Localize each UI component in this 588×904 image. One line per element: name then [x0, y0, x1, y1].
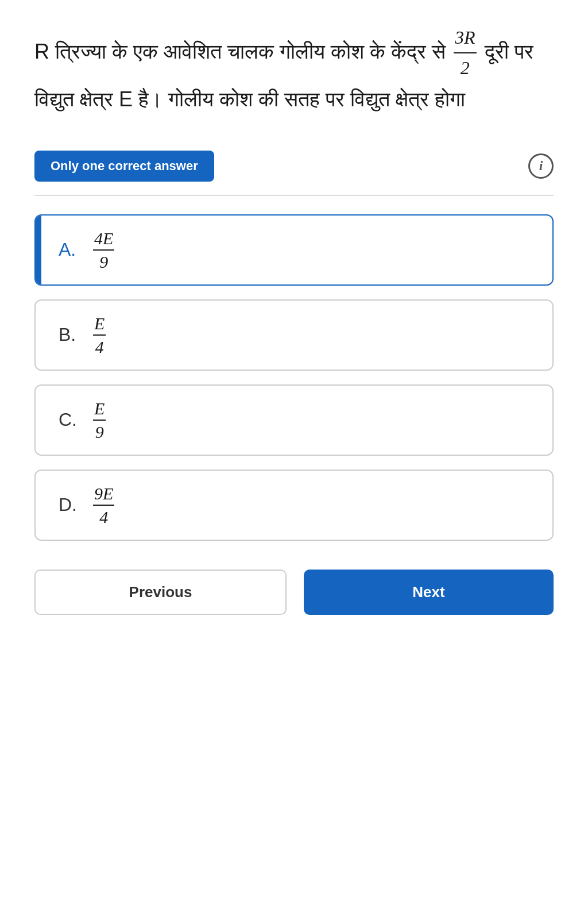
option-D-numerator: 9E [93, 482, 114, 506]
option-B[interactable]: B. E 4 [34, 299, 554, 371]
option-C-label: C. [59, 409, 93, 430]
option-B-content: B. E 4 [41, 301, 552, 370]
option-D-fraction: 9E 4 [93, 482, 114, 528]
option-C-numerator: E [93, 397, 106, 421]
question-fraction-3R2: 3R 2 [454, 23, 477, 83]
answer-type-badge: Only one correct answer [34, 151, 214, 182]
option-D-sidebar [36, 471, 41, 540]
next-button[interactable]: Next [304, 570, 554, 615]
previous-button[interactable]: Previous [34, 570, 287, 615]
option-C-value: E 9 [93, 397, 106, 443]
option-B-fraction: E 4 [93, 312, 106, 358]
option-A-fraction: 4E 9 [93, 227, 114, 273]
bottom-navigation: Previous Next [34, 570, 554, 615]
option-A-sidebar [36, 216, 41, 284]
option-A-numerator: 4E [93, 227, 114, 251]
answer-type-row: Only one correct answer i [34, 151, 554, 182]
option-B-sidebar [36, 301, 41, 370]
option-A-value: 4E 9 [93, 227, 114, 273]
option-A[interactable]: A. 4E 9 [34, 214, 554, 286]
fraction-3R-numerator: 3R [454, 23, 477, 53]
page-container: R त्रिज्या के एक आवेशित चालक गोलीय कोश क… [0, 0, 588, 904]
option-B-value: E 4 [93, 312, 106, 358]
info-icon[interactable]: i [528, 153, 554, 179]
option-C-content: C. E 9 [41, 386, 552, 455]
option-A-label: A. [59, 239, 93, 260]
option-B-denominator: 4 [94, 336, 105, 358]
option-D-content: D. 9E 4 [41, 471, 552, 540]
options-container: A. 4E 9 B. E 4 [34, 214, 554, 541]
section-divider [34, 195, 554, 196]
option-A-content: A. 4E 9 [41, 216, 552, 284]
option-B-label: B. [59, 324, 93, 345]
option-C-sidebar [36, 386, 41, 455]
option-B-numerator: E [93, 312, 106, 336]
option-C-fraction: E 9 [93, 397, 106, 443]
fraction-3R-denominator: 2 [459, 53, 471, 83]
option-C[interactable]: C. E 9 [34, 384, 554, 456]
option-D[interactable]: D. 9E 4 [34, 470, 554, 541]
option-D-value: 9E 4 [93, 482, 114, 528]
option-C-denominator: 9 [94, 421, 105, 443]
option-A-denominator: 9 [98, 251, 109, 273]
question-text-part1: R त्रिज्या के एक आवेशित चालक गोलीय कोश क… [34, 40, 446, 63]
option-D-label: D. [59, 494, 93, 516]
option-D-denominator: 4 [98, 506, 109, 528]
question-text: R त्रिज्या के एक आवेशित चालक गोलीय कोश क… [34, 23, 554, 116]
